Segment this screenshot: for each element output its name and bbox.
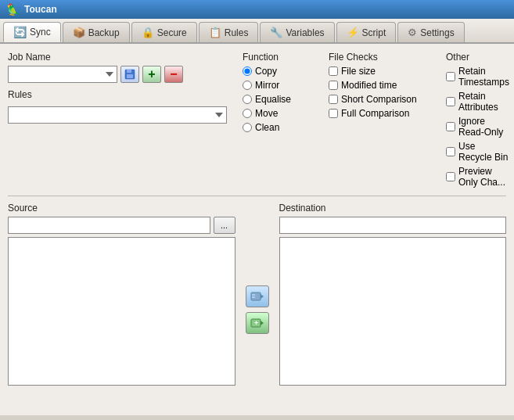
- check-shortcomparison-option[interactable]: Short Comparison: [329, 94, 438, 105]
- app-icon: 🦜: [6, 3, 20, 16]
- function-move-label: Move: [255, 108, 278, 119]
- check-modifiedtime-checkbox[interactable]: [329, 81, 338, 90]
- tab-backup[interactable]: 📦 Backup: [63, 22, 130, 42]
- function-equalise-radio[interactable]: [243, 95, 252, 104]
- check-shortcomparison-checkbox[interactable]: [329, 95, 338, 104]
- source-path-row: ...: [8, 217, 235, 234]
- other-group: Retain Timestamps Retain Attributes Igno…: [446, 66, 509, 188]
- source-browse-button[interactable]: ...: [214, 217, 235, 234]
- function-move-option[interactable]: Move: [243, 108, 321, 119]
- transfer-right-icon: [250, 289, 264, 303]
- add-to-dest-icon: +: [250, 316, 264, 330]
- content-area: Job Name + − Rules: [0, 44, 514, 415]
- other-retainattributes-checkbox[interactable]: [446, 97, 455, 106]
- check-filesize-checkbox[interactable]: [329, 66, 338, 76]
- other-ignorereadonly-option[interactable]: Ignore Read-Only: [446, 116, 509, 138]
- svg-rect-5: [252, 296, 255, 298]
- function-clean-label: Clean: [255, 122, 279, 133]
- backup-tab-label: Backup: [88, 27, 120, 38]
- middle-section: +: [243, 203, 271, 386]
- remove-job-button[interactable]: −: [164, 66, 183, 83]
- other-retainattributes-label: Retain Attributes: [458, 91, 509, 113]
- other-userecyclebin-checkbox[interactable]: [446, 147, 455, 156]
- rules-dropdown[interactable]: [8, 106, 227, 124]
- other-retaintimestamps-checkbox[interactable]: [446, 72, 455, 81]
- check-fullcomparison-checkbox[interactable]: [329, 109, 338, 118]
- check-modifiedtime-label: Modified time: [341, 80, 397, 91]
- function-copy-radio[interactable]: [243, 66, 252, 76]
- function-section: Function Copy Mirror Equalise Move: [243, 52, 321, 188]
- svg-rect-1: [127, 70, 131, 73]
- other-previewonlychanges-label: Preview Only Cha...: [458, 166, 509, 188]
- tab-secure[interactable]: 🔒 Secure: [131, 22, 197, 42]
- function-radio-group: Copy Mirror Equalise Move Clean: [243, 66, 321, 133]
- tab-script[interactable]: ⚡ Script: [336, 22, 397, 42]
- function-equalise-option[interactable]: Equalise: [243, 94, 321, 105]
- source-path-input[interactable]: [8, 217, 210, 234]
- secure-tab-label: Secure: [157, 27, 187, 38]
- sync-tab-label: Sync: [30, 27, 51, 38]
- job-name-label: Job Name: [8, 52, 235, 63]
- tab-rules[interactable]: 📋 Rules: [199, 22, 259, 42]
- job-name-dropdown[interactable]: [8, 66, 117, 83]
- tab-sync[interactable]: 🔄 Sync: [3, 22, 61, 42]
- other-userecyclebin-option[interactable]: Use Recycle Bin: [446, 141, 509, 163]
- other-previewonlychanges-option[interactable]: Preview Only Cha...: [446, 166, 509, 188]
- bottom-section: Source ...: [8, 203, 506, 386]
- function-move-radio[interactable]: [243, 109, 252, 118]
- sync-tab-icon: 🔄: [13, 26, 27, 38]
- tab-settings[interactable]: ⚙ Settings: [397, 22, 464, 42]
- source-section: Source ...: [8, 203, 235, 386]
- secure-tab-icon: 🔒: [142, 27, 154, 38]
- check-modifiedtime-option[interactable]: Modified time: [329, 80, 438, 91]
- file-checks-section: File Checks File size Modified time Shor…: [329, 52, 438, 188]
- other-ignorereadonly-checkbox[interactable]: [446, 122, 455, 131]
- svg-text:+: +: [254, 319, 258, 327]
- file-checks-label: File Checks: [329, 52, 438, 63]
- function-clean-radio[interactable]: [243, 123, 252, 132]
- function-mirror-radio[interactable]: [243, 81, 252, 90]
- file-checks-group: File size Modified time Short Comparison…: [329, 66, 438, 119]
- top-section: Job Name + − Rules: [8, 52, 506, 188]
- add-to-dest-button[interactable]: +: [246, 312, 269, 334]
- source-label: Source: [8, 203, 235, 214]
- check-shortcomparison-label: Short Comparison: [341, 94, 417, 105]
- other-label: Other: [446, 52, 509, 63]
- other-retaintimestamps-option[interactable]: Retain Timestamps: [446, 66, 509, 88]
- settings-tab-icon: ⚙: [408, 27, 417, 38]
- other-previewonlychanges-checkbox[interactable]: [446, 172, 455, 181]
- function-copy-label: Copy: [255, 66, 277, 77]
- function-mirror-option[interactable]: Mirror: [243, 80, 321, 91]
- check-filesize-option[interactable]: File size: [329, 66, 438, 77]
- function-clean-option[interactable]: Clean: [243, 122, 321, 133]
- source-file-list[interactable]: [8, 237, 235, 386]
- add-job-button[interactable]: +: [142, 66, 161, 83]
- other-retainattributes-option[interactable]: Retain Attributes: [446, 91, 509, 113]
- rules-row: Rules: [8, 89, 235, 124]
- check-filesize-label: File size: [341, 66, 376, 77]
- section-divider: [8, 196, 506, 196]
- transfer-right-button[interactable]: [246, 285, 269, 307]
- remove-icon: −: [170, 67, 177, 81]
- check-fullcomparison-option[interactable]: Full Comparison: [329, 108, 438, 119]
- svg-rect-4: [252, 294, 255, 296]
- function-mirror-label: Mirror: [255, 80, 279, 91]
- destination-file-list[interactable]: [279, 237, 507, 386]
- svg-marker-8: [261, 321, 264, 325]
- title-bar: 🦜 Toucan: [0, 0, 514, 19]
- browse-icon: ...: [221, 221, 228, 230]
- rules-tab-label: Rules: [225, 27, 249, 38]
- script-tab-icon: ⚡: [347, 27, 359, 38]
- rules-tab-icon: 📋: [209, 27, 221, 38]
- save-job-button[interactable]: [120, 66, 139, 83]
- job-name-section: Job Name + − Rules: [8, 52, 235, 188]
- app-title: Toucan: [24, 4, 57, 15]
- function-copy-option[interactable]: Copy: [243, 66, 321, 77]
- function-label: Function: [243, 52, 321, 63]
- destination-path-input[interactable]: [279, 217, 507, 234]
- other-userecyclebin-label: Use Recycle Bin: [458, 141, 509, 163]
- add-icon: +: [148, 67, 155, 81]
- backup-tab-icon: 📦: [73, 27, 85, 38]
- tab-variables[interactable]: 🔧 Variables: [260, 22, 334, 42]
- script-tab-label: Script: [362, 27, 386, 38]
